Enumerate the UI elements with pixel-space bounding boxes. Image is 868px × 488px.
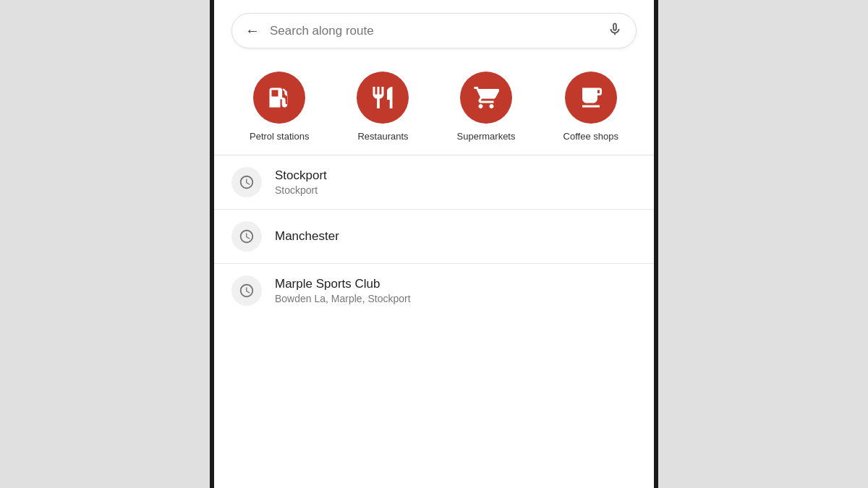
list-item[interactable]: Stockport Stockport [214,155,654,210]
phone-frame: ← Petrol stations Re [210,0,658,488]
list-item-text: Manchester [275,229,339,244]
clock-icon [231,221,262,252]
back-button[interactable]: ← [245,22,260,39]
category-petrol-label: Petrol stations [250,131,309,142]
category-supermarkets[interactable]: Supermarkets [457,72,516,142]
search-bar-area: ← [214,0,654,57]
clock-icon [231,275,262,306]
category-coffee-shops[interactable]: Coffee shops [563,72,618,142]
category-restaurant-label: Restaurants [357,131,408,142]
categories-area: Petrol stations Restaurants Supermarkets [214,57,654,155]
list-item[interactable]: Marple Sports Club Bowden La, Marple, St… [214,264,654,317]
list-item-text: Marple Sports Club Bowden La, Marple, St… [275,277,411,304]
category-coffee-icon-circle [565,72,617,124]
category-petrol-icon-circle [253,72,305,124]
category-supermarket-label: Supermarkets [457,131,516,142]
category-restaurants[interactable]: Restaurants [357,72,409,142]
list-item-subtitle: Stockport [275,184,327,196]
category-supermarket-icon-circle [460,72,512,124]
category-restaurant-icon-circle [357,72,409,124]
list-item-title: Marple Sports Club [275,277,411,291]
list-item-text: Stockport Stockport [275,168,327,196]
search-input[interactable] [270,24,597,38]
search-bar: ← [231,13,637,48]
category-coffee-label: Coffee shops [563,131,618,142]
clock-icon [231,167,262,197]
recent-list: Stockport Stockport Manchester Marple Sp [214,155,654,488]
list-item-title: Manchester [275,229,339,244]
list-item-title: Stockport [275,168,327,183]
mic-icon[interactable] [607,21,623,40]
list-item-subtitle: Bowden La, Marple, Stockport [275,293,411,304]
category-petrol-stations[interactable]: Petrol stations [250,72,309,142]
list-item[interactable]: Manchester [214,210,654,264]
